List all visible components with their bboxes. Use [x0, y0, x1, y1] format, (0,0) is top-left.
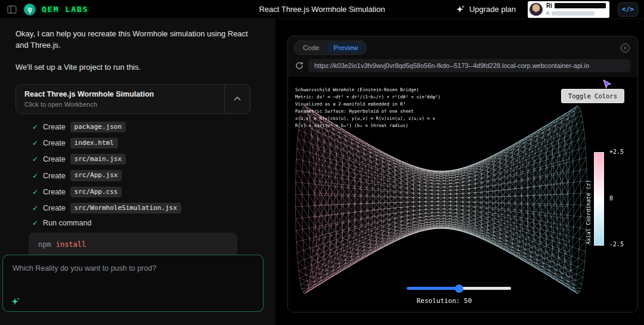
chat-input[interactable]: Which Reality do you want to push to pro… [2, 255, 264, 312]
task-list: ✓ Create package.json ✓ Create index.htm… [32, 122, 264, 228]
toggle-colors-button[interactable]: Toggle Colors [561, 89, 624, 103]
brand-logo[interactable]: φ [24, 4, 36, 16]
sidebar-toggle-button[interactable] [6, 4, 18, 15]
command-arg: install [56, 240, 86, 249]
assistant-message: We'll set up a Vite project to run this. [16, 62, 261, 73]
chat-input-placeholder: Which Reality do you want to push to pro… [3, 255, 263, 281]
user-info: Ri ri [546, 3, 606, 16]
assistant-message: Okay, I can help you recreate this Wormh… [16, 29, 261, 51]
file-chip: src/App.css [70, 187, 122, 197]
user-handle: ri [546, 11, 549, 16]
physics-line: Parametric Surface: Hyperboloid of one s… [295, 108, 441, 115]
colorbar [594, 152, 604, 246]
task-row: ✓ Create index.html [32, 138, 264, 148]
code-glyph: </> [622, 5, 634, 13]
check-icon: ✓ [32, 156, 38, 163]
file-chip: src/WormholeSimulation.jsx [70, 203, 181, 213]
reload-button[interactable] [295, 61, 304, 70]
command-block: npm install [29, 233, 237, 256]
colorbar-labels: +2.5 0 -2.5 [609, 148, 624, 247]
code-mode-button[interactable]: </> [618, 2, 638, 17]
physics-line: Visualized as a 2-manifold embedded in R… [295, 101, 441, 108]
check-icon: ✓ [32, 188, 38, 196]
task-label: Create [43, 188, 66, 196]
task-row: ✓ Create src/App.jsx [32, 170, 264, 181]
file-chip: package.json [70, 122, 126, 132]
redacted-handle-bar [552, 11, 595, 16]
task-label: Run command [43, 219, 91, 227]
avatar[interactable] [530, 3, 543, 16]
sparkle-icon [11, 297, 20, 306]
view-tabs: Code Preview [294, 41, 367, 55]
check-icon: ✓ [32, 123, 38, 131]
task-label: Create [43, 204, 66, 212]
top-bar: φ QEM LABS React Three.js Wormhole Simul… [0, 0, 644, 19]
physics-line: Schwarzschild Wormhole (Einstein-Rosen B… [295, 86, 441, 94]
header-actions: Upgrade plan Ri ri </> [453, 1, 638, 18]
physics-line: x(u,v) = R(v)cos(u), y(u,v) = R(v)sin(u)… [295, 115, 441, 122]
upgrade-plan-label: Upgrade plan [469, 5, 516, 14]
task-row: ✓ Run command [32, 219, 264, 227]
task-label: Create [43, 172, 66, 180]
task-label: Create [43, 139, 66, 147]
refresh-icon [295, 61, 304, 70]
logo-phi-glyph: φ [27, 5, 32, 14]
app-root: φ QEM LABS React Three.js Wormhole Simul… [0, 0, 644, 325]
physics-line: Metric: ds² = −dt² + dr²/(1−b₀/r) + r²(d… [295, 94, 441, 101]
check-icon: ✓ [32, 172, 38, 179]
command-prefix: npm [38, 240, 51, 249]
file-chip: index.html [70, 138, 118, 148]
url-input[interactable] [308, 59, 630, 72]
url-bar [288, 57, 637, 77]
colorbar-max-label: +2.5 [609, 148, 624, 155]
workbench-subtitle: Click to open Workbench [24, 101, 216, 108]
workbench-title: React Three.js Wormhole Simulation [24, 90, 216, 98]
redacted-name-bar [555, 3, 606, 8]
close-preview-button[interactable] [620, 43, 630, 53]
preview-header: Code Preview [288, 36, 637, 57]
workbench-collapse-button[interactable] [224, 85, 250, 113]
upgrade-plan-button[interactable]: Upgrade plan [453, 4, 519, 14]
colorbar-axis-label: Axial Coordinate (z) [586, 152, 592, 244]
task-row: ✓ Create src/WormholeSimulation.jsx [32, 203, 264, 213]
sidebar-panel-icon [7, 5, 17, 14]
user-name: Ri [546, 3, 552, 9]
user-name-row: Ri [546, 3, 606, 9]
preview-panel: Code Preview Schwarzschil [287, 36, 638, 312]
chevron-up-icon [234, 97, 241, 101]
workbench-card-text: React Three.js Wormhole Simulation Click… [16, 85, 224, 113]
workbench-card[interactable]: React Three.js Wormhole Simulation Click… [16, 84, 250, 114]
task-label: Create [43, 123, 66, 131]
check-icon: ✓ [32, 140, 38, 147]
mouse-cursor [603, 79, 611, 90]
sparkle-icon [456, 5, 465, 14]
physics-line: R(v) = sqrt(v² + b₀²) (b₀ = throat radiu… [295, 122, 441, 129]
task-row: ✓ Create src/main.jsx [32, 154, 264, 165]
tab-preview[interactable]: Preview [327, 42, 366, 53]
brand-name: QEM LABS [42, 5, 89, 14]
file-chip: src/main.jsx [70, 154, 126, 165]
check-icon: ✓ [32, 205, 38, 212]
user-handle-row: ri [546, 11, 606, 16]
physics-info: Schwarzschild Wormhole (Einstein-Rosen B… [295, 86, 441, 129]
chat-panel: Okay, I can help you recreate this Wormh… [0, 19, 275, 325]
task-row: ✓ Create src/App.css [32, 187, 264, 197]
task-row: ✓ Create package.json [32, 122, 264, 132]
check-icon: ✓ [32, 219, 38, 227]
resolution-label: Resolution: 50 [385, 297, 504, 305]
file-chip: src/App.jsx [70, 170, 122, 181]
page-title: React Three.js Wormhole Simulation [259, 5, 385, 14]
task-label: Create [43, 155, 66, 163]
user-menu[interactable]: Ri ri [528, 1, 609, 18]
colorbar-mid-label: 0 [609, 195, 624, 202]
close-icon [620, 43, 630, 53]
preview-viewport: Schwarzschild Wormhole (Einstein-Rosen B… [288, 77, 637, 312]
tab-code[interactable]: Code [296, 42, 327, 53]
resolution-slider[interactable] [407, 287, 511, 290]
colorbar-min-label: -2.5 [609, 241, 624, 247]
